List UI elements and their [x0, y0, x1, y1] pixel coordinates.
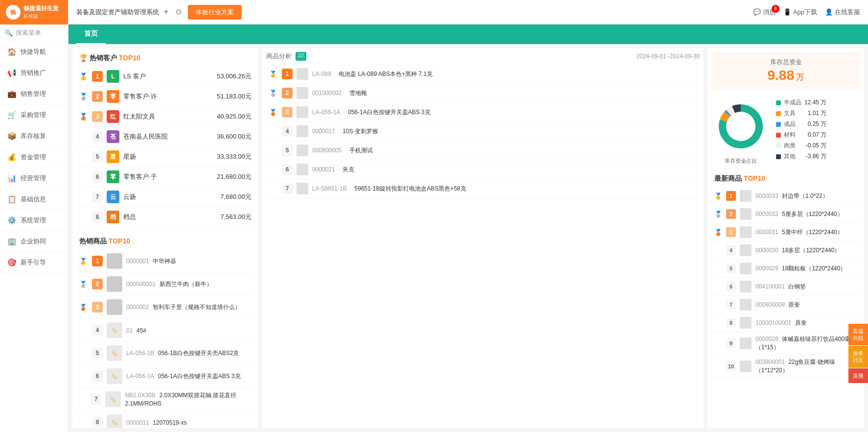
product-image	[297, 68, 308, 80]
sidebar-item-enterprise[interactable]: 🏢 企业协同	[0, 231, 68, 252]
system-selector[interactable]: 装备及固定资产辅助管理系统 ▼	[76, 8, 169, 17]
main-area: 装备及固定资产辅助管理系统 ▼ ⚙ 体验行业方案 💬 消息 6 📱 App下载 …	[69, 0, 868, 432]
new-product-item: 6 004100001 白钢垫	[711, 278, 860, 296]
hot-products-section-title: 热销商品 TOP10	[72, 231, 258, 250]
sidebar-item-marketing[interactable]: 📢 营销推广	[0, 63, 68, 84]
sidebar-item-quick-nav[interactable]: 🏠 快捷导航	[0, 42, 68, 63]
customer-ranking-list: 🥇 1 L LS 客户 53,006.26元 🥈 2 零 零售客户·许 51,1…	[72, 67, 258, 227]
legend-item: 半成品 12.45 万	[776, 98, 826, 107]
product-info: LA-59651-1B 59651-1B旋转投影灯电池盒ABS黑色+58克	[312, 185, 697, 193]
avatar: 苍	[107, 130, 119, 143]
new-product-item: 10 003800001 22g鱼豆腐·烧烤味（1*12*20）	[711, 355, 860, 378]
product-info: LA-056-1B 056-1B白色按键开关壳ABS2克	[126, 349, 239, 358]
new-product-item: 7 000800008 原奎	[711, 296, 860, 314]
product-name: 5厘中纤（1220*2440）	[782, 229, 843, 236]
notification-badge: 6	[772, 5, 779, 13]
svg-rect-9	[740, 226, 752, 238]
new-product-item: 5 0000029 18颗粒板（1220*2440）	[711, 260, 860, 278]
product-name: 45#	[137, 327, 146, 334]
topbar: 装备及固定资产辅助管理系统 ▼ ⚙ 体验行业方案 💬 消息 6 📱 App下载 …	[69, 0, 868, 24]
legend-name: 半成品	[784, 98, 801, 107]
product-info: 000800008 原奎	[755, 301, 857, 309]
chart-label: 库存资金占比	[711, 157, 770, 165]
guide-icon: 🎯	[7, 258, 17, 267]
sidebar-item-finance[interactable]: 💰 资金管理	[0, 147, 68, 168]
new-product-item: 4 0000030 18多层（1220*2440）	[711, 241, 860, 260]
customer-amount: 7,680.00元	[220, 192, 251, 201]
new-product-item: 🥉 3 0000031 5厘中纤（1220*2440）	[711, 223, 860, 241]
sidebar-item-inventory[interactable]: 📦 库存核算	[0, 126, 68, 147]
legend-value: -0.05 万	[806, 142, 827, 150]
online-service-button[interactable]: 👤 在线客服	[825, 8, 860, 17]
app-download-button[interactable]: 📱 App下载	[783, 8, 817, 17]
cs-community-button[interactable]: 服务社区	[848, 346, 868, 368]
nav-home[interactable]: 首页	[76, 24, 106, 44]
sidebar-item-operation[interactable]: 📊 经营管理	[0, 168, 68, 189]
online-service-label: 在线客服	[835, 8, 860, 17]
cs-hotline-button[interactable]: 客服热线	[848, 324, 868, 346]
sidebar-search[interactable]: 🔍 搜索菜单	[0, 24, 68, 42]
product-name: 59651-1B旋转投影灯电池盒ABS黑色+58克	[348, 185, 466, 192]
product-item: 🥇 1 0000001 中华神器	[76, 250, 254, 273]
home-icon: 🏠	[7, 48, 17, 56]
sidebar: 畅 畅捷通好生意 标准版 🔍 搜索菜单 🏠 快捷导航 📢 营销推广 💼 销售管理…	[0, 0, 69, 432]
new-product-item: 🥇 1 0000033 封边带（1.0*22）	[711, 187, 860, 205]
rank-item: 6 零 零售客户·于 21,680.00元	[76, 167, 254, 187]
product-code: 000500001	[126, 281, 156, 288]
product-image: 🏷️	[107, 368, 122, 384]
product-image: 🏷️	[107, 322, 122, 338]
mid-product-item: 🥇 1 LA-089 电池盖 LA-089 ABS本色+黑种 7.1克	[266, 65, 700, 84]
sidebar-item-sales[interactable]: 💼 销售管理	[0, 84, 68, 105]
rank-number: 8	[92, 417, 103, 428]
rank-number: 1	[726, 191, 736, 201]
finance-icon: 💰	[7, 153, 17, 162]
logo-title: 畅捷通好生意	[23, 5, 59, 13]
sidebar-item-basic[interactable]: 📋 基础信息	[0, 189, 68, 210]
avatar: 档	[107, 211, 119, 223]
product-name: 18颗粒板（1220*2440）	[782, 265, 846, 272]
sidebar-item-system[interactable]: ⚙️ 系统管理	[0, 210, 68, 231]
new-product-item: 8 10000100001 原奎	[711, 314, 860, 332]
sidebar-item-purchase[interactable]: 🛒 采购管理	[0, 105, 68, 126]
sidebar-item-guide[interactable]: 🎯 新手引导	[0, 252, 68, 273]
legend-value: 12.45 万	[804, 98, 826, 107]
product-code: LA-056-1A	[126, 373, 154, 380]
cs-live-button[interactable]: 直播	[848, 368, 868, 383]
product-name: 5厘多层（1220*2440）	[782, 211, 843, 217]
nav-label: 新手引导	[21, 258, 46, 267]
mid-product-list: 🥇 1 LA-089 电池盖 LA-089 ABS本色+黑种 7.1克 🥈 2 …	[262, 65, 704, 198]
rank-number: 3	[92, 302, 103, 312]
product-image	[740, 208, 752, 220]
rank-number: 6	[726, 282, 736, 291]
medal-icon: 🥇	[79, 72, 88, 80]
rank-number: 3	[282, 107, 293, 118]
legend-dot	[776, 111, 781, 116]
product-name: 056-1A白色按键开关盖ABS 3克	[158, 373, 241, 380]
rank-number: 4	[282, 126, 293, 137]
legend-value: 0.25 万	[808, 120, 827, 128]
settings-icon[interactable]: ⚙	[175, 7, 182, 17]
rank-number: 7	[726, 300, 736, 310]
rank-number: 2	[92, 279, 103, 289]
product-name: 雪地靴	[343, 90, 367, 96]
trial-button[interactable]: 体验行业方案	[188, 5, 242, 20]
svg-rect-16	[740, 360, 752, 372]
mid-product-item: 4 0000017 10S 变刺罗猴	[266, 122, 700, 141]
product-info: 0000002 智利车子里（规格不知道填什么）	[126, 303, 241, 312]
avatar: 零	[107, 90, 119, 103]
rank-number: 9	[726, 338, 736, 348]
rank-number: 5	[92, 348, 103, 359]
legend-dot	[776, 100, 781, 105]
product-name: 原奎	[795, 319, 807, 326]
medal-icon: 🥈	[79, 93, 88, 100]
product-code: 0000011	[126, 419, 149, 426]
customer-amount: 53,006.26元	[217, 72, 251, 81]
product-image	[107, 276, 122, 292]
rank-number: 1	[92, 256, 103, 266]
svg-rect-0	[297, 68, 308, 80]
rank-number: 1	[282, 69, 293, 79]
svg-rect-7	[740, 190, 752, 202]
product-info: 000500001 新西兰牛肉（新牛）	[126, 280, 212, 288]
product-info: 0000001 中华神器	[126, 257, 176, 265]
notification-button[interactable]: 💬 消息 6	[753, 8, 776, 17]
